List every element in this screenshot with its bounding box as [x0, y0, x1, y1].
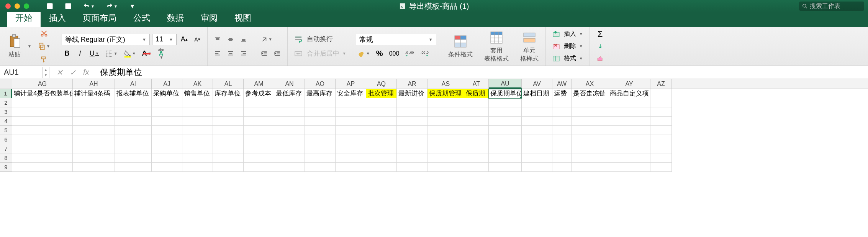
- column-header-AW[interactable]: AW: [552, 79, 572, 89]
- cell-AW2[interactable]: [552, 98, 572, 107]
- cell-AV4[interactable]: [522, 117, 552, 126]
- cell-AS6[interactable]: [427, 135, 464, 144]
- cell-AN2[interactable]: [274, 98, 305, 107]
- font-size-combo[interactable]: 11▼: [152, 34, 177, 45]
- cell-AR1[interactable]: 最新进价: [397, 89, 427, 98]
- cell-AJ7[interactable]: [152, 144, 182, 153]
- cell-AV7[interactable]: [522, 144, 552, 153]
- align-bottom-button[interactable]: [238, 34, 249, 45]
- name-box-spinner[interactable]: ▲▼: [42, 67, 49, 78]
- cell-AI6[interactable]: [115, 135, 152, 144]
- cell-AS1[interactable]: 保质期管理: [427, 89, 464, 98]
- cell-AR5[interactable]: [397, 126, 427, 135]
- cell-AZ5[interactable]: [650, 126, 672, 135]
- cell-AJ9[interactable]: [152, 163, 182, 172]
- cell-AN5[interactable]: [274, 126, 305, 135]
- cell-AO1[interactable]: 最高库存: [305, 89, 336, 98]
- cell-AJ1[interactable]: 采购单位: [152, 89, 182, 98]
- cell-AM7[interactable]: [244, 144, 274, 153]
- phonetic-button[interactable]: abcA▼: [156, 48, 166, 59]
- undo-button[interactable]: ▼: [81, 1, 97, 12]
- cell-AU1[interactable]: 保质期单位: [489, 89, 522, 98]
- cell-AU2[interactable]: [489, 98, 522, 107]
- cell-AN1[interactable]: 最低库存: [274, 89, 305, 98]
- cell-AW4[interactable]: [552, 117, 572, 126]
- cell-AP5[interactable]: [336, 126, 366, 135]
- cell-AO4[interactable]: [305, 117, 336, 126]
- cell-AL9[interactable]: [213, 163, 244, 172]
- cell-AS5[interactable]: [427, 126, 464, 135]
- currency-button[interactable]: ▼: [356, 48, 372, 59]
- cell-AZ4[interactable]: [650, 117, 672, 126]
- cell-AZ3[interactable]: [650, 107, 672, 117]
- cell-AH3[interactable]: [73, 107, 115, 117]
- cell-AO5[interactable]: [305, 126, 336, 135]
- cell-AW1[interactable]: 运费: [552, 89, 572, 98]
- tab-insert[interactable]: 插入: [41, 10, 74, 27]
- cell-AX1[interactable]: 是否走冻链: [572, 89, 608, 98]
- cell-AH8[interactable]: [73, 153, 115, 163]
- cell-AV9[interactable]: [522, 163, 552, 172]
- paste-dropdown[interactable]: ▼: [28, 44, 31, 48]
- cell-AG6[interactable]: [12, 135, 73, 144]
- align-center-button[interactable]: [225, 48, 236, 59]
- cell-AO6[interactable]: [305, 135, 336, 144]
- cell-AJ2[interactable]: [152, 98, 182, 107]
- autosum-button[interactable]: Σ: [594, 29, 606, 40]
- cell-AZ2[interactable]: [650, 98, 672, 107]
- cell-AI8[interactable]: [115, 153, 152, 163]
- cell-AQ8[interactable]: [366, 153, 397, 163]
- cell-AY6[interactable]: [608, 135, 650, 144]
- cell-AJ5[interactable]: [152, 126, 182, 135]
- cell-AV2[interactable]: [522, 98, 552, 107]
- cell-AG8[interactable]: [12, 153, 73, 163]
- cell-AH4[interactable]: [73, 117, 115, 126]
- cell-AI9[interactable]: [115, 163, 152, 172]
- copy-button[interactable]: ▼: [36, 41, 52, 52]
- tab-formulas[interactable]: 公式: [125, 10, 159, 27]
- cell-AK4[interactable]: [182, 117, 213, 126]
- clear-button[interactable]: [594, 53, 606, 64]
- cell-AR6[interactable]: [397, 135, 427, 144]
- cell-AL6[interactable]: [213, 135, 244, 144]
- select-all-corner[interactable]: [0, 79, 12, 89]
- cell-AJ8[interactable]: [152, 153, 182, 163]
- cell-AN3[interactable]: [274, 107, 305, 117]
- cell-AT7[interactable]: [464, 144, 489, 153]
- cell-AI5[interactable]: [115, 126, 152, 135]
- cell-AK8[interactable]: [182, 153, 213, 163]
- cell-AX4[interactable]: [572, 117, 608, 126]
- cell-AR4[interactable]: [397, 117, 427, 126]
- decrease-indent-button[interactable]: [259, 48, 270, 59]
- close-window-button[interactable]: [5, 3, 11, 9]
- cell-AT4[interactable]: [464, 117, 489, 126]
- cell-AH7[interactable]: [73, 144, 115, 153]
- cell-AT3[interactable]: [464, 107, 489, 117]
- cell-AN6[interactable]: [274, 135, 305, 144]
- cell-AG4[interactable]: [12, 117, 73, 126]
- row-header-6[interactable]: 6: [0, 135, 12, 144]
- cell-AX2[interactable]: [572, 98, 608, 107]
- formula-input[interactable]: 保质期单位: [96, 66, 868, 79]
- orientation-button[interactable]: ▼: [259, 34, 274, 45]
- row-header-1[interactable]: 1: [0, 89, 12, 98]
- cell-AG3[interactable]: [12, 107, 73, 117]
- cell-AY3[interactable]: [608, 107, 650, 117]
- cell-AL3[interactable]: [213, 107, 244, 117]
- cell-AL5[interactable]: [213, 126, 244, 135]
- save-as-icon[interactable]: [63, 1, 74, 12]
- decrease-decimal-button[interactable]: .00.0: [419, 48, 432, 59]
- cell-AH5[interactable]: [73, 126, 115, 135]
- cell-AQ1[interactable]: 批次管理: [366, 89, 397, 98]
- italic-button[interactable]: I: [75, 48, 85, 59]
- column-header-AO[interactable]: AO: [305, 79, 336, 89]
- cell-AU3[interactable]: [489, 107, 522, 117]
- cell-AU7[interactable]: [489, 144, 522, 153]
- cell-AT8[interactable]: [464, 153, 489, 163]
- cell-AQ3[interactable]: [366, 107, 397, 117]
- cell-AP2[interactable]: [336, 98, 366, 107]
- cell-AI7[interactable]: [115, 144, 152, 153]
- cut-button[interactable]: [36, 28, 52, 39]
- cell-AW7[interactable]: [552, 144, 572, 153]
- cell-AG5[interactable]: [12, 126, 73, 135]
